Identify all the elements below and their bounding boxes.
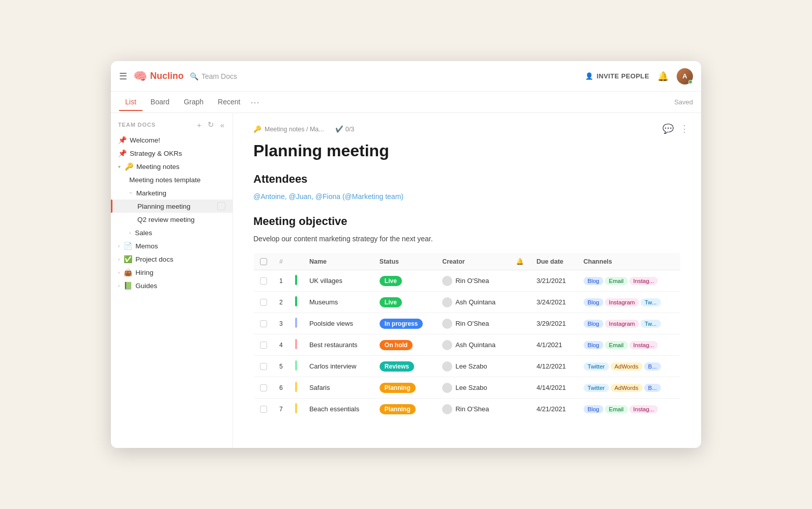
invite-icon: 👤	[585, 72, 593, 80]
breadcrumb-text[interactable]: Meeting notes / Ma...	[265, 126, 324, 133]
more-actions-button[interactable]: ⋮	[680, 123, 689, 134]
expand-arrow-icon: ›	[129, 230, 131, 236]
row-status: Planning	[373, 399, 436, 420]
row-status: Live	[373, 292, 436, 313]
search-placeholder: Team Docs	[201, 72, 237, 80]
sidebar-item-guides[interactable]: › 📗 Guides	[111, 279, 233, 292]
tab-recent[interactable]: Recent	[212, 94, 246, 111]
row-channels: TwitterAdWordsB...	[577, 377, 681, 399]
channel-tag: Email	[605, 341, 628, 349]
channel-tag: Instag...	[629, 341, 658, 349]
sidebar-item-strategy[interactable]: 📌 Strategy & OKRs	[111, 147, 233, 160]
channel-tag: Blog	[584, 320, 603, 328]
row-name: Poolside views	[303, 313, 373, 334]
sidebar-item-label: Guides	[135, 282, 214, 290]
refresh-button[interactable]: ↻	[207, 119, 215, 130]
key-icon: 🔑	[125, 162, 133, 171]
breadcrumb-icon: 🔑	[253, 125, 262, 133]
top-bar-right: 👤 INVITE PEOPLE 🔔 A	[585, 68, 693, 84]
status-badge: Live	[380, 276, 402, 286]
channel-tag: Instagram	[605, 320, 639, 328]
sidebar-item-planning-meeting[interactable]: Planning meeting	[111, 200, 233, 213]
sidebar-item-hiring[interactable]: › 👜 Hiring	[111, 266, 233, 279]
main-content: 💬 ⋮ 🔑 Meeting notes / Ma... ✔️ 0/3 Plann…	[233, 113, 701, 448]
sidebar-item-marketing[interactable]: ~ Marketing	[111, 186, 233, 200]
invite-people-button[interactable]: 👤 INVITE PEOPLE	[585, 72, 649, 80]
channel-tag: Instagram	[605, 298, 639, 306]
collapse-button[interactable]: «	[219, 119, 225, 130]
row-channels: BlogEmailInstag...	[577, 270, 681, 292]
tab-graph[interactable]: Graph	[178, 94, 210, 111]
row-checkbox[interactable]	[260, 277, 267, 285]
doc-actions: 💬 ⋮	[662, 123, 689, 134]
channel-tag: Twitter	[584, 362, 609, 371]
notification-bell-icon[interactable]: 🔔	[657, 71, 669, 82]
sidebar-item-meeting-notes-template[interactable]: Meeting notes template	[111, 173, 233, 186]
sidebar-item-label: Memos	[135, 242, 214, 250]
sidebar-item-welcome[interactable]: 📌 Welcome!	[111, 133, 233, 147]
row-checkbox[interactable]	[260, 299, 267, 306]
expand-arrow-icon: ▾	[118, 164, 121, 169]
breadcrumb-progress: ✔️ 0/3	[335, 125, 354, 133]
user-avatar[interactable]: A	[677, 68, 693, 84]
creator-name: Lee Szabo	[455, 384, 487, 391]
channel-tag: Email	[605, 277, 628, 285]
sidebar-item-q2-review[interactable]: Q2 review meeting	[111, 213, 233, 226]
search-icon: 🔍	[190, 72, 198, 80]
item-checkbox[interactable]	[217, 202, 225, 210]
row-channels: TwitterAdWordsB...	[577, 356, 681, 377]
hamburger-icon[interactable]: ☰	[119, 71, 127, 82]
color-bar	[295, 318, 297, 328]
top-bar: ☰ 🧠 Nuclino 🔍 Team Docs 👤 INVITE PEOPLE …	[111, 61, 701, 92]
tab-list[interactable]: List	[119, 94, 142, 111]
sidebar-item-label: Strategy & OKRs	[130, 150, 214, 157]
sidebar-item-memos[interactable]: › 📄 Memos	[111, 239, 233, 252]
row-color-cell	[289, 313, 303, 334]
col-color	[289, 253, 303, 270]
more-options-icon[interactable]: ⋯	[250, 97, 259, 108]
sidebar-item-project-docs[interactable]: › ✅ Project docs	[111, 252, 233, 266]
status-badge: Planning	[380, 383, 416, 393]
creator-name: Rin O'Shea	[455, 405, 489, 413]
sidebar-item-sales[interactable]: › Sales	[111, 226, 233, 239]
creator-cell: Lee Szabo	[442, 361, 504, 372]
tab-board[interactable]: Board	[144, 94, 176, 111]
header-checkbox[interactable]	[260, 258, 267, 265]
row-due-date: 3/21/2021	[530, 270, 577, 292]
row-channels: BlogInstagramTw...	[577, 292, 681, 313]
row-checkbox[interactable]	[260, 363, 267, 370]
comment-button[interactable]: 💬	[662, 123, 674, 134]
row-checkbox[interactable]	[260, 320, 267, 327]
row-color-cell	[289, 334, 303, 356]
creator-avatar	[442, 297, 452, 307]
progress-icon: ✔️	[335, 125, 343, 133]
col-bell: 🔔	[510, 253, 530, 270]
creator-avatar	[442, 340, 452, 350]
channel-tag: B...	[644, 362, 661, 371]
channel-tag: Blog	[584, 405, 603, 413]
channel-tag: Email	[605, 405, 628, 413]
row-checkbox[interactable]	[260, 342, 267, 349]
row-checkbox[interactable]	[260, 406, 267, 413]
row-checkbox[interactable]	[260, 384, 267, 391]
col-creator: Creator	[436, 253, 510, 270]
status-badge: Reviews	[380, 361, 414, 372]
creator-cell: Lee Szabo	[442, 383, 504, 393]
channel-tag: Blog	[584, 277, 603, 285]
row-name: Museums	[303, 292, 373, 313]
channel-tag: AdWords	[611, 362, 643, 371]
search-area[interactable]: 🔍 Team Docs	[190, 72, 579, 80]
row-name: Carlos interview	[303, 356, 373, 377]
sidebar-item-label: Marketing	[136, 189, 214, 197]
row-checkbox-cell	[254, 399, 274, 420]
table-row: 6 Safaris Planning Lee Szabo 4/14/2021 T…	[254, 377, 681, 399]
creator-name: Rin O'Shea	[455, 320, 489, 327]
expand-arrow-icon: ›	[118, 270, 120, 275]
creator-avatar	[442, 276, 452, 286]
col-status: Status	[373, 253, 436, 270]
add-item-button[interactable]: +	[196, 119, 202, 130]
sidebar-item-meeting-notes[interactable]: ▾ 🔑 Meeting notes	[111, 160, 233, 173]
sidebar-item-label: Hiring	[135, 269, 214, 276]
channel-tag: Tw...	[641, 320, 661, 328]
row-due-date: 3/29/2021	[530, 313, 577, 334]
